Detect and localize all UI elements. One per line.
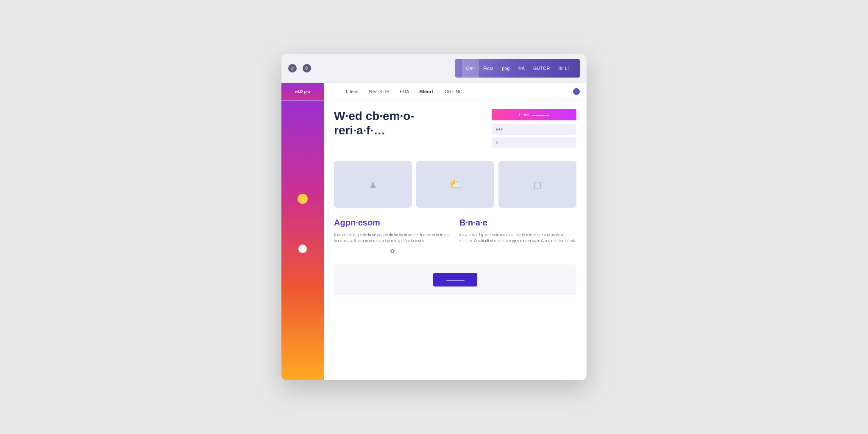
nav-item-5[interactable]: GUTOR	[529, 59, 554, 78]
bottom-cta: ————	[334, 264, 576, 295]
sidebar-dot-sun	[298, 194, 308, 204]
feature-col-2: B·n·a·e k·s·a·n·ts·t· f·g· a·h·to·tc·o·e…	[459, 218, 576, 254]
nav-item-1[interactable]: Om·	[462, 59, 479, 78]
subnav-item-4[interactable]: Bteurt	[415, 83, 438, 100]
main-content: W·ed cb·em·o- reri·a·f·… t · v·s ▲	[281, 100, 587, 380]
hero-cta-button[interactable]: t · v·s	[492, 109, 576, 120]
hero-button-label: t · v·s	[519, 112, 529, 117]
hero-section: W·ed cb·em·o- reri·a·f·… t · v·s	[334, 109, 576, 151]
content-area: W·ed cb·em·o- reri·a·f·… t · v·s ▲	[324, 100, 587, 380]
image-card-2: ⛅	[416, 161, 494, 208]
browser-icon-1[interactable]: ◎	[288, 64, 297, 72]
browser-icons: ◎ ⏱	[288, 64, 311, 72]
image-card-3: ◻	[498, 161, 576, 208]
sub-nav-items: L.téier NIV ·SLIS EDA Bteurt IGRTINC	[341, 83, 467, 100]
image-icon-1: ▲	[368, 178, 378, 190]
feature-title-2: B·n·a·e	[459, 218, 576, 228]
sidebar-dot-horizon	[298, 245, 307, 253]
sidebar	[281, 100, 324, 380]
features-section: Agpn·esom b·oa·psh·lt·la·n·c·de·la·se·pu…	[334, 218, 576, 254]
subnav-item-5[interactable]: IGRTINC	[438, 83, 467, 100]
feature-desc-2: k·s·a·n·ts·t· f·g· a·h·to·tc·o·e·u·t·s· …	[459, 232, 576, 244]
subnav-item-3[interactable]: EDA	[395, 83, 415, 100]
feature-desc-1: b·oa·psh·lt·la·n·c·de·la·se·pu·tnó·dn ke…	[334, 232, 451, 244]
nav-items: Om· Ficsr pog ©A GUTOR IIII LI	[462, 59, 573, 78]
image-grid: ▲ ⛅ ◻	[334, 161, 576, 208]
image-card-1: ▲	[334, 161, 412, 208]
hero-input-2[interactable]	[492, 137, 576, 148]
subnav-item-2[interactable]: NIV ·SLIS	[364, 83, 395, 100]
image-icon-2: ⛅	[449, 178, 462, 190]
image-icon-3: ◻	[533, 178, 542, 190]
hero-title: W·ed cb·em·o- reri·a·f·…	[334, 109, 483, 137]
hero-title-line1: W·ed cb·em·o-	[334, 109, 483, 123]
browser-icon-2[interactable]: ⏱	[303, 64, 311, 72]
bottom-cta-button[interactable]: ————	[433, 273, 477, 287]
hero-text: W·ed cb·em·o- reri·a·f·…	[334, 109, 483, 151]
nav-item-4[interactable]: ©A	[514, 59, 529, 78]
feature-col-1: Agpn·esom b·oa·psh·lt·la·n·c·de·la·se·pu…	[334, 218, 451, 254]
nav-bar: Om· Ficsr pog ©A GUTOR IIII LI	[455, 59, 580, 78]
feature-title-1: Agpn·esom	[334, 218, 451, 228]
hero-input-1[interactable]	[492, 124, 576, 135]
browser-window: ◎ ⏱ Om· Ficsr pog ©A GUTOR IIII LI wLD p…	[281, 54, 587, 380]
logo-text: wLD p·w	[295, 89, 311, 94]
sub-nav: wLD p·w L.téier NIV ·SLIS EDA Bteurt IGR…	[281, 83, 587, 100]
hero-form: t · v·s	[492, 109, 576, 151]
nav-item-6[interactable]: IIII LI	[554, 59, 573, 78]
browser-topbar: ◎ ⏱ Om· Ficsr pog ©A GUTOR IIII LI	[281, 54, 587, 83]
nav-item-3[interactable]: pog	[498, 59, 514, 78]
nav-item-2[interactable]: Ficsr	[479, 59, 498, 78]
feature-icon-1: ✿	[334, 248, 451, 254]
hero-title-line2: reri·a·f·…	[334, 123, 483, 138]
sub-nav-dot	[573, 88, 580, 95]
subnav-item-1[interactable]: L.téier	[341, 83, 364, 100]
